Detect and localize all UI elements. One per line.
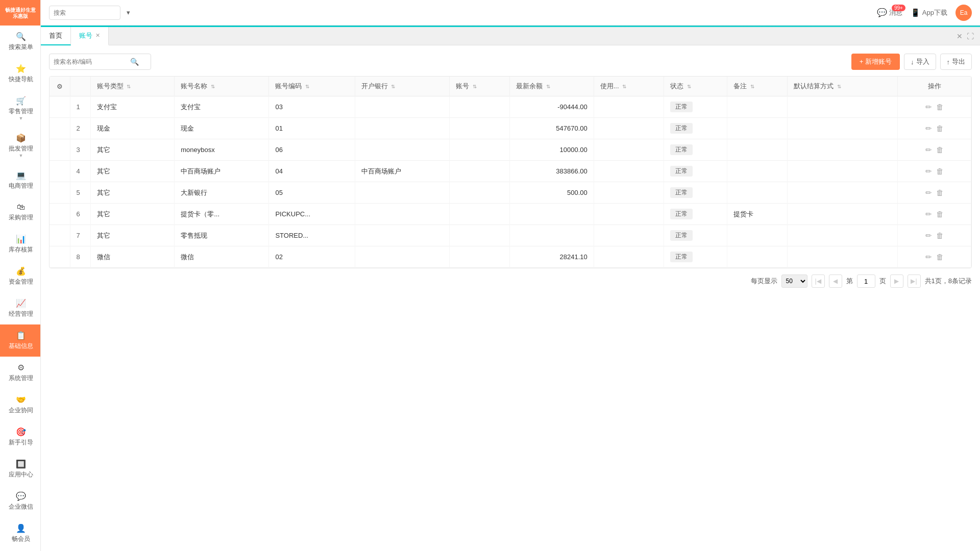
page-number-input[interactable] — [857, 274, 875, 288]
delete-button[interactable]: 🗑 — [936, 145, 944, 154]
col-settings[interactable]: ⚙ — [50, 77, 70, 96]
delete-button[interactable]: 🗑 — [936, 167, 944, 176]
edit-button[interactable]: ✏ — [925, 210, 932, 219]
cell-default-settle — [788, 118, 898, 139]
tab-home[interactable]: 首页 — [41, 27, 71, 45]
app-label: App下载 — [922, 8, 947, 17]
cell-default-settle — [788, 225, 898, 246]
cell-index: 5 — [70, 182, 90, 204]
app-download-button[interactable]: 📱 App下载 — [911, 8, 947, 17]
tab-account[interactable]: 账号 ✕ — [71, 27, 109, 45]
col-code-label: 账号编码 — [275, 82, 302, 90]
cell-usage — [594, 246, 664, 268]
sidebar-item-inventory[interactable]: 📊 库存核算 — [0, 228, 40, 260]
operations-icon: 📈 — [16, 298, 26, 308]
account-table: ⚙ 账号类型 ⇅ 账号名称 ⇅ 账号编码 ⇅ — [49, 76, 972, 268]
sidebar-item-label: 采购管理 — [9, 213, 33, 222]
cell-balance — [510, 204, 594, 225]
close-window-icon[interactable]: ✕ — [957, 32, 963, 40]
sidebar-item-label: 搜索菜单 — [9, 43, 33, 52]
delete-button[interactable]: 🗑 — [936, 231, 944, 240]
next-page-button[interactable]: ▶ — [890, 274, 903, 288]
col-remark[interactable]: 备注 ⇅ — [727, 77, 788, 96]
col-remark-label: 备注 — [733, 82, 747, 90]
cell-account — [450, 118, 510, 139]
col-balance[interactable]: 最新余额 ⇅ — [510, 77, 594, 96]
sidebar-item-purchase[interactable]: 🛍 采购管理 — [0, 196, 40, 228]
sidebar-item-finance[interactable]: 💰 资金管理 — [0, 260, 40, 292]
header-search-input[interactable] — [54, 9, 110, 16]
col-account[interactable]: 账号 ⇅ — [450, 77, 510, 96]
sidebar-item-wholesale[interactable]: 📦 批发管理 ▼ — [0, 127, 40, 164]
edit-button[interactable]: ✏ — [925, 103, 932, 112]
col-code[interactable]: 账号编码 ⇅ — [269, 77, 355, 96]
header-search[interactable] — [49, 6, 120, 20]
edit-button[interactable]: ✏ — [925, 231, 932, 240]
sidebar-item-label: 应用中心 — [9, 470, 33, 479]
sidebar-item-retail[interactable]: 🛒 零售管理 ▼ — [0, 90, 40, 127]
sidebar-item-quick-nav[interactable]: ⭐ 快捷导航 — [0, 58, 40, 90]
delete-button[interactable]: 🗑 — [936, 188, 944, 197]
tab-close-button[interactable]: ✕ — [95, 32, 100, 39]
fullscreen-icon[interactable]: ⛶ — [967, 32, 974, 40]
cell-index: 8 — [70, 246, 90, 268]
account-search-input[interactable] — [54, 58, 130, 65]
sidebar-item-member[interactable]: 👤 畅会员 — [0, 517, 40, 549]
per-page-select[interactable]: 50 20 100 — [781, 274, 807, 288]
edit-button[interactable]: ✏ — [925, 253, 932, 262]
export-button[interactable]: ↑ 导出 — [940, 54, 972, 70]
edit-button[interactable]: ✏ — [925, 188, 932, 197]
col-default-settle[interactable]: 默认结算方式 ⇅ — [788, 77, 898, 96]
sidebar-item-app-center[interactable]: 🔲 应用中心 — [0, 453, 40, 485]
account-search-box[interactable]: 🔍 — [49, 54, 151, 70]
cell-bank — [355, 225, 449, 246]
sidebar-item-enterprise-agreement[interactable]: 🤝 企业协同 — [0, 389, 40, 421]
retail-icon: 🛒 — [16, 96, 26, 106]
app-center-icon: 🔲 — [16, 459, 26, 469]
cell-action: ✏ 🗑 — [898, 118, 971, 139]
sidebar-item-system[interactable]: ⚙ 系统管理 — [0, 357, 40, 389]
delete-button[interactable]: 🗑 — [936, 103, 944, 111]
import-button[interactable]: ↓ 导入 — [904, 54, 936, 70]
export-label: 导出 — [952, 57, 965, 66]
col-type[interactable]: 账号类型 ⇅ — [90, 77, 175, 96]
sidebar-item-ecommerce[interactable]: 💻 电商管理 — [0, 164, 40, 196]
edit-button[interactable]: ✏ — [925, 167, 932, 176]
col-bank[interactable]: 开户银行 ⇅ — [355, 77, 449, 96]
sidebar-item-enterprise-wechat[interactable]: 💬 企业微信 — [0, 485, 40, 517]
sidebar-item-basic-info[interactable]: 📋 基础信息 — [0, 324, 40, 357]
col-action: 操作 — [898, 77, 971, 96]
message-button[interactable]: 💬 消息 99+ — [877, 8, 902, 17]
first-page-button[interactable]: |◀ — [812, 274, 825, 288]
col-status[interactable]: 状态 ⇅ — [664, 77, 727, 96]
delete-button[interactable]: 🗑 — [936, 253, 944, 261]
delete-button[interactable]: 🗑 — [936, 210, 944, 218]
cell-action: ✏ 🗑 — [898, 182, 971, 204]
prev-page-button[interactable]: ◀ — [829, 274, 842, 288]
delete-button[interactable]: 🗑 — [936, 124, 944, 133]
sidebar-item-operations[interactable]: 📈 经营管理 — [0, 292, 40, 324]
sidebar: 畅捷通好生意 乐惠版 🔍 搜索菜单 ⭐ 快捷导航 🛒 零售管理 ▼ 📦 批发管理… — [0, 0, 41, 551]
cell-status: 正常 — [664, 204, 727, 225]
add-account-button[interactable]: + 新增账号 — [851, 54, 900, 70]
edit-button[interactable]: ✏ — [925, 124, 932, 133]
col-name[interactable]: 账号名称 ⇅ — [175, 77, 269, 96]
cell-remark — [727, 225, 788, 246]
sidebar-item-search-menu[interactable]: 🔍 搜索菜单 — [0, 26, 40, 58]
cell-action: ✏ 🗑 — [898, 246, 971, 268]
import-label: 导入 — [916, 57, 929, 66]
cell-action: ✏ 🗑 — [898, 225, 971, 246]
cell-type: 其它 — [90, 204, 175, 225]
ecommerce-icon: 💻 — [16, 170, 26, 180]
sort-type-icon: ⇅ — [127, 84, 131, 89]
sidebar-item-beginner-guide[interactable]: 🎯 新手引导 — [0, 421, 40, 453]
last-page-button[interactable]: ▶| — [908, 274, 921, 288]
member-icon: 👤 — [16, 523, 26, 533]
header-dropdown[interactable]: ▾ — [127, 9, 130, 16]
cell-index: 6 — [70, 204, 90, 225]
col-usage[interactable]: 使用... ⇅ — [594, 77, 664, 96]
content-area: 🔍 + 新增账号 ↓ 导入 ↑ 导出 ⚙ — [41, 45, 980, 551]
cell-usage — [594, 225, 664, 246]
edit-button[interactable]: ✏ — [925, 145, 932, 155]
avatar[interactable]: Ea — [955, 5, 972, 21]
